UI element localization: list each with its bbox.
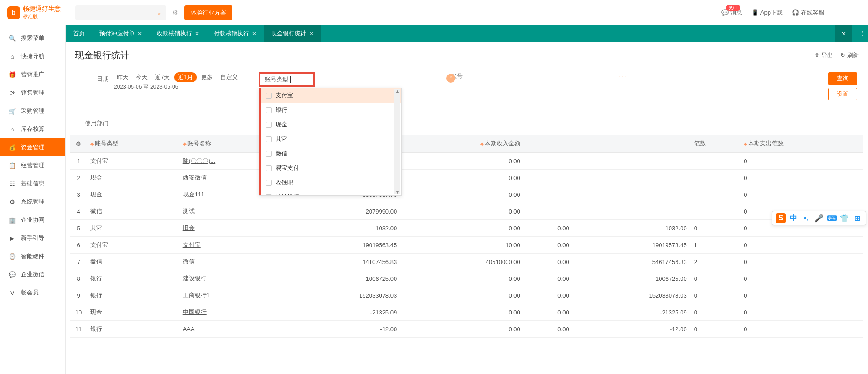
date-option[interactable]: 近1月 — [174, 72, 197, 82]
sidebar-item-11[interactable]: ▶新手引导 — [0, 229, 65, 247]
sidebar-item-7[interactable]: 📋经营管理 — [0, 156, 65, 175]
checkbox[interactable] — [266, 122, 272, 128]
cell-r1: 0.00 — [524, 304, 573, 321]
account-name-link[interactable]: AAA — [183, 326, 195, 333]
dropdown-item[interactable]: 微信 — [261, 146, 401, 161]
close-icon[interactable]: ✕ — [138, 30, 142, 37]
account-filter: 账号 ··· — [451, 72, 626, 80]
account-name-link[interactable]: 支付宝 — [183, 241, 201, 248]
sidebar-item-6[interactable]: 💰资金管理 — [0, 138, 65, 156]
service-label: 在线客服 — [801, 9, 824, 17]
collapse-button[interactable]: ⌃ — [446, 74, 455, 83]
date-option[interactable]: 近7天 — [152, 72, 173, 82]
close-icon[interactable]: ✕ — [195, 30, 199, 37]
col-count[interactable]: 笔数 — [690, 135, 740, 153]
account-name-link[interactable]: 建设银行 — [183, 275, 207, 282]
export-button[interactable]: ⇪ 导出 — [814, 51, 833, 60]
account-name-link[interactable]: 旧金 — [183, 224, 195, 231]
dropdown-scrollbar[interactable]: ▲ ▼ — [394, 89, 400, 194]
messages-link[interactable]: 99 + 💬 消息 — [721, 9, 742, 17]
account-name-link[interactable]: 西安微信 — [183, 174, 207, 181]
dropdown-item[interactable]: 银行 — [261, 103, 401, 117]
checkbox[interactable] — [266, 151, 272, 157]
tab-1[interactable]: 预付冲应付单✕ — [92, 25, 149, 42]
checkbox[interactable] — [266, 165, 272, 171]
ime-lang[interactable]: 中 — [789, 213, 799, 223]
col-income[interactable]: ◆本期收入金额 — [400, 135, 524, 153]
tab-0[interactable]: 首页 — [66, 25, 92, 42]
mic-icon[interactable]: 🎤 — [814, 213, 824, 223]
sidebar-item-3[interactable]: 🛍销售管理 — [0, 84, 65, 102]
dropdown-item[interactable]: 支付宝 — [261, 88, 401, 103]
close-all-tabs-button[interactable]: ✕ — [835, 25, 852, 42]
refresh-button[interactable]: ↻ 刷新 — [840, 51, 859, 60]
more-filters-button[interactable]: ··· — [619, 72, 626, 79]
tab-label: 现金银行统计 — [271, 30, 306, 38]
cell-income: 0.00 — [400, 304, 524, 321]
dropdown-item[interactable]: 现金 — [261, 117, 401, 132]
cell-type: 银行 — [87, 287, 179, 304]
sidebar-item-5[interactable]: ⌂库存核算 — [0, 120, 65, 138]
dropdown-item[interactable]: 其它 — [261, 132, 401, 146]
col-account-type[interactable]: ◆账号类型 — [87, 135, 179, 153]
gear-icon[interactable]: ⚙ — [173, 9, 178, 16]
account-name-link[interactable]: 陡(〇〇〇)... — [183, 157, 216, 164]
toolbox-icon[interactable]: ⊞ — [852, 213, 862, 223]
data-table: ⚙ ◆账号类型 ◆账号名称 ◆上期余额 ◆本期收入金额 笔数 ◆本期支出笔数 1… — [70, 135, 863, 338]
account-name-link[interactable]: 微信 — [183, 258, 195, 265]
dropdown-item[interactable]: 长沙银行 — [261, 190, 401, 195]
checkbox[interactable] — [266, 136, 272, 142]
date-option[interactable]: 今天 — [133, 72, 150, 82]
date-option[interactable]: 自定义 — [217, 72, 241, 82]
online-service-link[interactable]: 🎧 在线客服 — [792, 9, 824, 17]
sidebar-item-8[interactable]: ☷基础信息 — [0, 175, 65, 193]
sidebar-icon: 🎁 — [8, 70, 16, 79]
sidebar-item-14[interactable]: V畅会员 — [0, 284, 65, 302]
table-settings-header[interactable]: ⚙ — [70, 135, 87, 153]
sidebar-item-1[interactable]: ⌂快捷导航 — [0, 47, 65, 65]
date-options: 昨天今天近7天近1月更多自定义 — [114, 72, 241, 82]
sidebar-item-12[interactable]: ⌚智能硬件 — [0, 247, 65, 265]
sidebar-item-10[interactable]: 🏢企业协同 — [0, 211, 65, 229]
checkbox[interactable] — [266, 107, 272, 113]
app-download-link[interactable]: 📱 App下载 — [751, 9, 783, 17]
checkbox[interactable] — [266, 93, 272, 99]
fullscreen-button[interactable]: ⛶ — [852, 25, 868, 42]
sidebar-item-4[interactable]: 🛒采购管理 — [0, 102, 65, 120]
tab-3[interactable]: 付款核销执行✕ — [207, 25, 264, 42]
dropdown-item[interactable]: 收钱吧 — [261, 175, 401, 190]
account-name-link[interactable]: 工商银行1 — [183, 292, 210, 299]
tab-2[interactable]: 收款核销执行✕ — [149, 25, 207, 42]
row-index: 2 — [70, 170, 87, 186]
experience-button[interactable]: 体验行业方案 — [184, 5, 232, 20]
skin-icon[interactable]: 👕 — [839, 213, 849, 223]
sidebar-icon: 💰 — [8, 143, 16, 151]
dropdown-item[interactable]: 易宝支付 — [261, 161, 401, 175]
company-select[interactable]: ⌄ — [75, 5, 166, 20]
date-option[interactable]: 昨天 — [114, 72, 131, 82]
sidebar-item-label: 企业协同 — [21, 216, 44, 224]
checkbox[interactable] — [266, 180, 272, 186]
date-option[interactable]: 更多 — [198, 72, 216, 82]
sidebar-item-2[interactable]: 🎁营销推广 — [0, 65, 65, 84]
ime-punct-icon[interactable]: •, — [801, 213, 811, 223]
checkbox[interactable] — [266, 194, 272, 196]
query-button[interactable]: 查询 — [828, 72, 857, 85]
close-icon[interactable]: ✕ — [252, 30, 256, 37]
account-name-link[interactable]: 中国银行 — [183, 309, 207, 315]
settings-button[interactable]: 设置 — [828, 88, 857, 100]
sidebar-item-13[interactable]: 💬企业微信 — [0, 265, 65, 284]
tab-4[interactable]: 现金银行统计✕ — [264, 25, 321, 42]
account-name-link[interactable]: 现金111 — [183, 191, 205, 198]
sogou-icon[interactable]: S — [776, 213, 786, 223]
account-name-link[interactable]: 测试 — [183, 208, 195, 214]
export-label: 导出 — [821, 51, 833, 60]
sidebar-item-9[interactable]: ⚙系统管理 — [0, 193, 65, 211]
sidebar-item-0[interactable]: 🔍搜索菜单 — [0, 29, 65, 47]
main-content: 首页预付冲应付单✕收款核销执行✕付款核销执行✕现金银行统计✕ ✕ ⛶ 现金银行统… — [66, 25, 868, 374]
keyboard-icon[interactable]: ⌨ — [827, 213, 837, 223]
cell-r1 — [524, 186, 573, 203]
col-expense-count[interactable]: ◆本期支出笔数 — [740, 135, 863, 153]
sidebar-item-label: 新手引导 — [21, 234, 44, 242]
close-icon[interactable]: ✕ — [309, 30, 314, 37]
